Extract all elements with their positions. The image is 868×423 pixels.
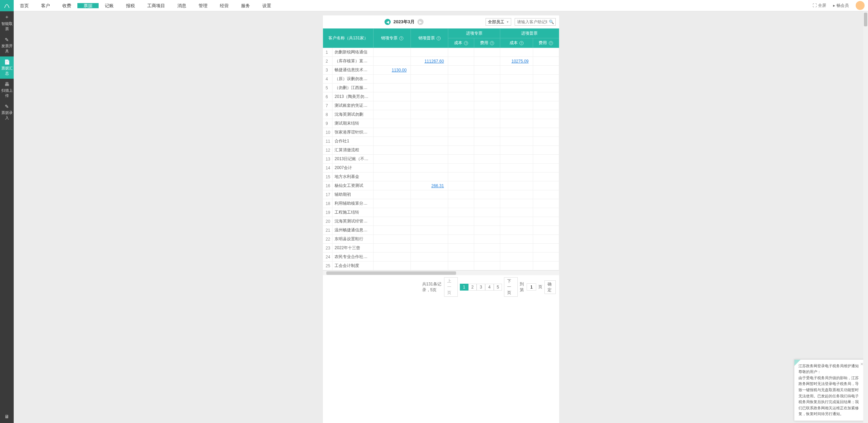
amount-link[interactable]: 111267.60 xyxy=(425,59,444,64)
nav-票据[interactable]: 票据 xyxy=(77,3,99,8)
employee-select[interactable]: 全部员工 xyxy=(486,18,511,26)
table-row[interactable]: 3畅捷通信息技术股份有限公…1130.00 xyxy=(323,66,559,75)
pagination: 共131条记录，5页 上一页 12345 下一页 到第 页 确定 xyxy=(323,275,559,299)
page-4[interactable]: 4 xyxy=(485,284,494,291)
col-sale-special: 销项专票 ? xyxy=(374,29,411,48)
sidebar-item-智能取票[interactable]: ＋智能取票 xyxy=(0,11,14,34)
table-row[interactable]: 17辅助期初 xyxy=(323,190,559,199)
nav-收费[interactable]: 收费 xyxy=(56,3,77,8)
sidebar-item-票据汇总[interactable]: 📄票据汇总 xyxy=(0,56,14,79)
table-row[interactable]: 19工程施工结转 xyxy=(323,208,559,217)
table-row[interactable]: 10张家港厚谊针织品有限公… xyxy=(323,128,559,137)
nav-记账[interactable]: 记账 xyxy=(99,3,120,8)
side-icon: 📄 xyxy=(0,59,14,65)
amount-link[interactable]: 266.31 xyxy=(431,183,444,188)
table-row[interactable]: 22东明县设置鞋行 xyxy=(323,235,559,244)
top-nav: 首页客户收费票据记账报税工商项目消息管理经营服务设置 ⛶全屏 ▸畅会员 xyxy=(0,0,868,11)
horizontal-scrollbar[interactable] xyxy=(323,270,559,275)
page-5[interactable]: 5 xyxy=(494,284,502,291)
table-row[interactable]: 62013（陶美芳勿删） xyxy=(323,92,559,101)
invoice-summary-panel: ◀ 2023年3月 ▶ 全部员工 🔍 客户名称（共131家） xyxy=(323,15,559,423)
table-row[interactable]: 1勿删新锐网络通信 xyxy=(323,48,559,57)
goto-page-input[interactable] xyxy=(527,283,536,291)
member-button[interactable]: ▸畅会员 xyxy=(830,3,852,9)
col-bn-fee: 费用 ? xyxy=(533,38,559,48)
search-icon[interactable]: 🔍 xyxy=(549,20,554,24)
table-row[interactable]: 7测试账套的凭证打印的时候… xyxy=(323,101,559,110)
table-row[interactable]: 5（勿删）江西服宝-LSS xyxy=(323,84,559,92)
invoice-summary-table: 客户名称（共131家） 销项专票 ? 销项普票 ? 进项专票 进项普票 成本 ?… xyxy=(323,28,559,270)
side-icon: 🖶 xyxy=(0,81,14,87)
amount-link[interactable]: 1130.00 xyxy=(392,68,406,73)
sidebar-item-发票开具[interactable]: ✎发票开具 xyxy=(0,34,14,56)
prev-page-button[interactable]: 上一页 xyxy=(444,277,457,297)
nav-首页[interactable]: 首页 xyxy=(14,3,35,8)
nav-报税[interactable]: 报税 xyxy=(120,3,141,8)
notification-toast: ✕ 江苏政务网登录电子税务局维护通知 尊敬的用户： 由于受电子税务局升级的影响，… xyxy=(794,359,866,421)
table-row[interactable]: 24农民专业合作社会计制度 xyxy=(323,253,559,261)
fullscreen-icon: ⛶ xyxy=(813,3,817,8)
nav-设置[interactable]: 设置 xyxy=(256,3,277,8)
table-row[interactable]: 232022年十三曾 xyxy=(323,244,559,253)
fullscreen-button[interactable]: ⛶全屏 xyxy=(809,3,830,9)
table-row[interactable]: 16杨仙女工资测试266.31 xyxy=(323,181,559,190)
sidebar-item-扫描上传[interactable]: 🖶扫描上传 xyxy=(0,79,14,101)
amount-link[interactable]: 10275.09 xyxy=(512,59,529,64)
prev-month-button[interactable]: ◀ xyxy=(385,19,391,25)
help-icon[interactable]: ? xyxy=(490,41,494,45)
table-row[interactable]: 18利用辅助核算分析每种商… xyxy=(323,199,559,208)
goto-confirm-button[interactable]: 确定 xyxy=(544,280,555,294)
goto-prefix: 到第 xyxy=(520,281,525,293)
table-row[interactable]: 25工会会计制度 xyxy=(323,261,559,270)
sidebar-item-票据录入[interactable]: ✎票据录入 xyxy=(0,101,14,123)
nav-经营[interactable]: 经营 xyxy=(214,3,235,8)
next-page-button[interactable]: 下一页 xyxy=(504,277,517,297)
side-icon: ✎ xyxy=(0,104,14,109)
sidebar-bottom-icon[interactable]: 🖥 xyxy=(0,411,14,423)
brand-logo[interactable] xyxy=(0,0,14,11)
nav-管理[interactable]: 管理 xyxy=(192,3,214,8)
toast-body: 由于受电子税务局升级的影响，江苏政务网暂时无法登录电子税务局，导致一键报税与无盘… xyxy=(798,375,861,417)
help-icon[interactable]: ? xyxy=(399,36,403,40)
play-icon: ▸ xyxy=(833,3,835,8)
table-row[interactable]: 20沈海英测试经管勿删 xyxy=(323,217,559,226)
page-1[interactable]: 1 xyxy=(460,284,468,291)
monitor-icon: 🖥 xyxy=(0,414,14,419)
table-row[interactable]: 21温州畅捷通信息服务有限… xyxy=(323,226,559,235)
col-bn-cost: 成本 ? xyxy=(500,38,533,48)
table-row[interactable]: 132013日记账（不要删除哈… xyxy=(323,155,559,164)
table-row[interactable]: 2（库存核算）直播畅捷通信…111267.6010275.09 xyxy=(323,57,559,66)
table-row[interactable]: 11合作社1 xyxy=(323,137,559,146)
next-month-button[interactable]: ▶ xyxy=(417,19,424,25)
table-row[interactable]: 9测试期末结转 xyxy=(323,119,559,128)
col-sale-normal: 销项普票 ? xyxy=(411,29,448,48)
table-row[interactable]: 4（原）误删勿改李艳芬测试账… xyxy=(323,75,559,84)
col-buy-special: 进项专票 xyxy=(448,29,500,38)
col-bs-cost: 成本 ? xyxy=(448,38,474,48)
page-3[interactable]: 3 xyxy=(477,284,485,291)
help-icon[interactable]: ? xyxy=(464,41,468,45)
table-row[interactable]: 12汇算清缴流程 xyxy=(323,146,559,155)
page-2[interactable]: 2 xyxy=(468,284,477,291)
table-row[interactable]: 8沈海英测试勿删 xyxy=(323,110,559,119)
help-icon[interactable]: ? xyxy=(519,41,524,45)
nav-服务[interactable]: 服务 xyxy=(235,3,256,8)
vertical-scrollbar[interactable] xyxy=(863,11,868,423)
avatar[interactable] xyxy=(856,1,865,10)
table-row[interactable]: 15地方水利基金 xyxy=(323,172,559,181)
sidebar: ＋智能取票✎发票开具📄票据汇总🖶扫描上传✎票据录入 🖥 xyxy=(0,11,14,423)
nav-客户[interactable]: 客户 xyxy=(35,3,56,8)
toast-salutation: 尊敬的用户： xyxy=(798,369,861,375)
nav-消息[interactable]: 消息 xyxy=(171,3,192,8)
goto-suffix: 页 xyxy=(538,284,542,290)
current-month[interactable]: 2023年3月 xyxy=(393,19,415,25)
side-icon: ✎ xyxy=(0,37,14,42)
col-buy-normal: 进项普票 xyxy=(500,29,559,38)
nav-工商项目[interactable]: 工商项目 xyxy=(141,3,171,8)
toast-title: 江苏政务网登录电子税务局维护通知 xyxy=(798,363,861,369)
pager-info: 共131条记录，5页 xyxy=(326,281,442,293)
help-icon[interactable]: ? xyxy=(549,41,553,45)
table-row[interactable]: 142007会计 xyxy=(323,164,559,172)
help-icon[interactable]: ? xyxy=(437,36,441,40)
month-navigator: ◀ 2023年3月 ▶ xyxy=(326,19,482,25)
